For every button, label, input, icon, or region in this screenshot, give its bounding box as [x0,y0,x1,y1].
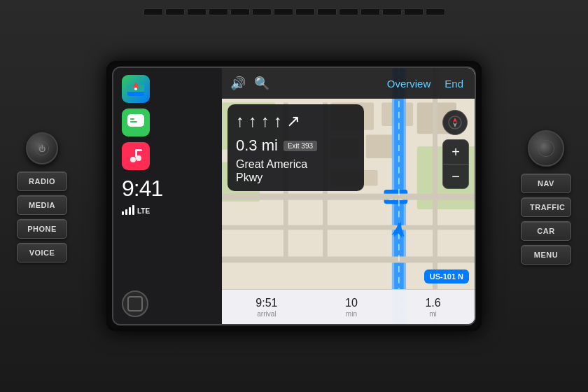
zoom-out-button[interactable]: − [443,164,468,188]
svg-rect-7 [130,121,137,122]
arrow-5: ↗ [286,111,300,131]
route-badge: US-101 N [424,270,469,284]
screen-sidebar: 9:41 LTE [113,68,222,324]
bottom-info-bar: 9:51 arrival 10 min 1.6 mi [222,289,475,324]
screen-bezel: 9:41 LTE [106,61,482,331]
signal-indicator: LTE [122,205,214,215]
nav-street: Great America Pkwy [236,158,356,184]
left-control-panel: ⏻ RADIO MEDIA PHONE VOICE [7,130,77,262]
nav-distance-row: 0.3 mi Exit 393 [236,136,356,155]
svg-marker-36 [453,118,457,122]
lte-label: LTE [137,207,150,215]
svg-point-3 [134,88,137,90]
mi-value: 1.6 [425,297,440,309]
arrow-1: ↑ [236,111,244,131]
svg-rect-6 [130,118,134,120]
top-vent [119,6,469,18]
menu-button[interactable]: MENU [521,245,571,265]
phone-button[interactable]: PHONE [17,219,67,239]
arrow-2: ↑ [248,111,257,131]
messages-icon[interactable] [122,108,150,136]
search-icon[interactable]: 🔍 [254,76,270,91]
screen-wrapper: 9:41 LTE [77,61,511,331]
car-button[interactable]: CAR [521,221,571,241]
min-stat: 10 min [345,297,358,318]
svg-rect-31 [433,68,438,324]
music-icon[interactable] [122,142,150,170]
exit-badge: Exit 393 [284,141,317,151]
right-knob-inner [538,140,554,157]
voice-button[interactable]: VOICE [17,243,67,262]
min-label: min [346,310,357,318]
maps-icon[interactable] [122,75,150,103]
traffic-button[interactable]: TRAFFIC [521,197,571,217]
radio-button[interactable]: RADIO [17,172,67,191]
svg-rect-11 [135,149,142,151]
left-knob[interactable]: ⏻ [26,132,58,164]
right-knob[interactable] [528,130,564,167]
time-value: 9:41 [122,177,214,200]
arrow-3: ↑ [261,111,270,131]
map-topbar: 🔊 🔍 Overview End [222,68,475,99]
arrival-stat: 9:51 arrival [255,297,277,318]
arrival-value: 9:51 [255,297,277,309]
app-icons [122,75,214,103]
nav-arrows: ↑ ↑ ↑ ↑ ↗ [236,111,356,131]
map-controls: + − [442,110,469,189]
media-button[interactable]: MEDIA [17,195,67,215]
distance-value: 0.3 mi [236,136,278,155]
mi-stat: 1.6 mi [425,297,440,318]
mi-label: mi [429,310,437,318]
right-control-panel: NAV TRAFFIC CAR MENU [511,127,581,265]
carplay-screen: 9:41 LTE [112,66,476,326]
volume-icon[interactable]: 🔊 [230,76,246,91]
compass-button[interactable] [442,110,468,135]
time-display: 9:41 [122,177,214,200]
zoom-controls: + − [442,139,469,189]
nav-button[interactable]: NAV [521,174,571,193]
nav-card: ↑ ↑ ↑ ↑ ↗ 0.3 mi Exit 393 Gr [227,104,364,191]
end-button[interactable]: End [442,76,466,91]
arrival-label: arrival [257,310,276,318]
home-button[interactable] [122,290,148,317]
car-unit: ⏻ RADIO MEDIA PHONE VOICE [0,0,588,392]
svg-marker-37 [453,122,457,127]
svg-point-8 [130,157,136,162]
overview-button[interactable]: Overview [384,76,434,91]
zoom-in-button[interactable]: + [443,140,468,164]
min-value: 10 [345,297,358,309]
svg-rect-4 [127,114,144,127]
home-btn-square [127,296,143,312]
left-knob-inner: ⏻ [35,141,49,155]
arrow-4: ↑ [274,111,282,131]
map-area: 101 [222,68,475,324]
